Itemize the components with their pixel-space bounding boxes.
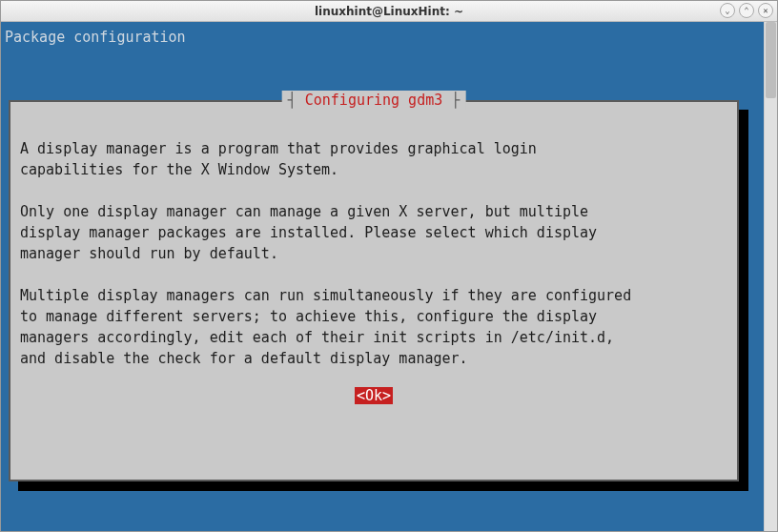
package-config-header: Package configuration <box>5 28 186 47</box>
scrollbar-thumb[interactable] <box>766 22 776 98</box>
dialog-body: A display manager is a program that prov… <box>20 138 727 369</box>
close-button[interactable]: ✕ <box>758 3 773 18</box>
config-dialog: Configuring gdm3 A display manager is a … <box>9 100 739 481</box>
vertical-scrollbar[interactable] <box>764 22 777 531</box>
window-title: linuxhint@LinuxHint: ~ <box>315 5 463 18</box>
dialog-button-row: <Ok> <box>20 386 727 405</box>
ok-button[interactable]: <Ok> <box>355 387 393 404</box>
maximize-button[interactable]: ⌃ <box>739 3 754 18</box>
terminal-area: Package configuration Configuring gdm3 A… <box>1 22 777 531</box>
terminal-content[interactable]: Package configuration Configuring gdm3 A… <box>1 22 764 531</box>
dialog-title: Configuring gdm3 <box>282 91 466 110</box>
minimize-button[interactable]: ⌄ <box>720 3 735 18</box>
window-titlebar: linuxhint@LinuxHint: ~ ⌄ ⌃ ✕ <box>1 1 777 22</box>
terminal-window: linuxhint@LinuxHint: ~ ⌄ ⌃ ✕ Package con… <box>0 0 778 532</box>
window-controls: ⌄ ⌃ ✕ <box>720 3 773 18</box>
